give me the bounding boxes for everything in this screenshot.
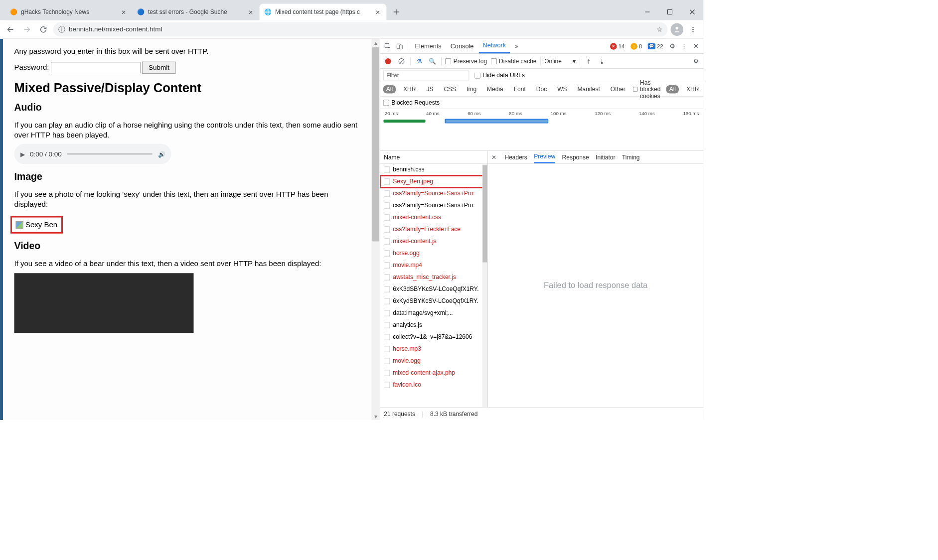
request-row[interactable]: css?family=Source+Sans+Pro: — [380, 200, 487, 212]
device-toggle-icon[interactable] — [394, 41, 405, 51]
request-row[interactable]: Sexy_Ben.jpeg — [380, 176, 487, 188]
filter-icon[interactable]: ⚗ — [414, 56, 424, 66]
network-timeline[interactable]: 20 ms40 ms60 ms80 ms100 ms120 ms140 ms16… — [380, 109, 704, 151]
devtools-menu-icon[interactable]: ⋮ — [679, 41, 689, 51]
request-row[interactable]: favicon.ico — [380, 379, 487, 391]
type-filter-ws[interactable]: WS — [554, 85, 570, 94]
video-player[interactable] — [14, 273, 194, 333]
response-subtab[interactable]: Response — [562, 151, 589, 163]
disable-cache-checkbox[interactable]: Disable cache — [491, 58, 537, 65]
tab-mixed-content[interactable]: 🌐 Mixed content test page (https c ✕ — [260, 4, 387, 20]
request-row[interactable]: mixed-content.css — [380, 212, 487, 224]
timeline-tick: 20 ms — [385, 111, 398, 116]
profile-avatar[interactable] — [671, 23, 684, 36]
omnibox[interactable]: ⓘ bennish.net/mixed-content.html ☆ — [53, 22, 668, 37]
type-filter-xhr[interactable]: XHR — [683, 85, 702, 94]
headers-subtab[interactable]: Headers — [505, 151, 527, 163]
timing-subtab[interactable]: Timing — [622, 151, 640, 163]
page-scrollbar[interactable]: ▴ ▾ — [372, 39, 380, 420]
type-filter-media[interactable]: Media — [484, 85, 506, 94]
request-row[interactable]: css?family=Source+Sans+Pro: — [380, 188, 487, 200]
scroll-down-icon[interactable]: ▾ — [372, 413, 380, 420]
warning-count[interactable]: !8 — [628, 43, 644, 50]
type-filter-manifest[interactable]: Manifest — [574, 85, 603, 94]
type-filter-all[interactable]: All — [383, 85, 396, 94]
list-scrollbar[interactable] — [482, 164, 488, 408]
forward-button[interactable] — [20, 22, 34, 36]
elements-tab[interactable]: Elements — [411, 39, 445, 53]
throttling-select[interactable]: Online▾ — [544, 58, 576, 65]
scrollbar-thumb[interactable] — [372, 47, 379, 242]
type-filter-css[interactable]: CSS — [441, 85, 459, 94]
bookmark-star-icon[interactable]: ☆ — [656, 25, 662, 34]
devtools-close-icon[interactable]: ✕ — [691, 41, 701, 51]
request-row[interactable]: mixed-content.js — [380, 236, 487, 248]
initiator-subtab[interactable]: Initiator — [596, 151, 615, 163]
error-count[interactable]: ✕14 — [608, 43, 627, 50]
audio-seek-track[interactable] — [67, 153, 153, 155]
network-settings-icon[interactable]: ⚙ — [691, 56, 701, 66]
download-icon[interactable]: ⭳ — [597, 56, 607, 66]
request-row[interactable]: collect?v=1&_v=j87&a=12606 — [380, 331, 487, 343]
request-row[interactable]: movie.ogg — [380, 355, 487, 367]
type-filter-all[interactable]: All — [666, 85, 679, 94]
request-row[interactable]: analytics.js — [380, 319, 487, 331]
scrollbar-thumb[interactable] — [482, 165, 487, 263]
file-icon — [384, 215, 390, 221]
reload-button[interactable] — [37, 22, 50, 36]
type-filter-xhr[interactable]: XHR — [400, 85, 419, 94]
more-tabs-icon[interactable]: » — [511, 41, 522, 51]
back-button[interactable] — [4, 22, 17, 36]
blocked-requests-checkbox[interactable]: Blocked Requests — [383, 99, 440, 106]
request-row[interactable]: bennish.css — [380, 164, 487, 176]
chrome-menu-button[interactable] — [686, 22, 700, 36]
request-row[interactable]: awstats_misc_tracker.js — [380, 272, 487, 283]
message-count[interactable]: 💬22 — [645, 43, 665, 49]
submit-button[interactable]: Submit — [142, 62, 176, 74]
request-row[interactable]: horse.ogg — [380, 248, 487, 260]
request-row[interactable]: data:image/svg+xml;... — [380, 307, 487, 319]
request-row[interactable]: horse.mp3 — [380, 343, 487, 355]
scroll-up-icon[interactable]: ▴ — [372, 39, 380, 46]
tab-ghacks[interactable]: 🟠 gHacks Technology News ✕ — [5, 4, 133, 20]
tab-google[interactable]: 🔵 test ssl errors - Google Suche ✕ — [133, 4, 260, 20]
type-filter-doc[interactable]: Doc — [533, 85, 550, 94]
close-window-button[interactable] — [681, 4, 704, 20]
console-tab[interactable]: Console — [447, 39, 477, 53]
request-row[interactable]: movie.mp4 — [380, 260, 487, 272]
upload-icon[interactable]: ⭱ — [584, 56, 594, 66]
close-icon[interactable]: ✕ — [375, 8, 382, 15]
request-row[interactable]: mixed-content-ajax.php — [380, 367, 487, 379]
type-filter-js[interactable]: JS — [423, 85, 436, 94]
request-row[interactable]: css?family=Freckle+Face — [380, 224, 487, 236]
hide-data-urls-checkbox[interactable]: Hide data URLs — [474, 72, 525, 79]
detail-close-icon[interactable]: ✕ — [491, 153, 496, 160]
inspect-icon[interactable] — [382, 41, 393, 51]
filter-input[interactable] — [383, 70, 469, 80]
preserve-log-checkbox[interactable]: Preserve log — [445, 58, 487, 65]
close-icon[interactable]: ✕ — [121, 8, 128, 15]
request-row[interactable]: 6xK3dSBYKcSV-LCoeQqfX1RY. — [380, 283, 487, 295]
volume-icon[interactable]: 🔊 — [158, 150, 165, 157]
devtools-settings-icon[interactable]: ⚙ — [667, 41, 677, 51]
type-filter-font[interactable]: Font — [511, 85, 529, 94]
preview-subtab[interactable]: Preview — [534, 151, 555, 163]
new-tab-button[interactable] — [390, 5, 403, 19]
broken-image-icon — [16, 221, 23, 229]
type-filter-img[interactable]: Img — [464, 85, 479, 94]
record-button[interactable] — [383, 56, 393, 66]
network-tab[interactable]: Network — [479, 39, 510, 53]
minimize-button[interactable] — [636, 4, 659, 20]
request-name: awstats_misc_tracker.js — [393, 274, 456, 281]
maximize-button[interactable] — [659, 4, 681, 20]
password-input[interactable] — [51, 62, 141, 74]
name-column-header[interactable]: Name — [380, 151, 487, 164]
close-icon[interactable]: ✕ — [248, 8, 255, 15]
search-icon[interactable]: 🔍 — [428, 56, 438, 66]
clear-button[interactable] — [397, 56, 407, 66]
type-filter-other[interactable]: Other — [608, 85, 628, 94]
request-row[interactable]: 6xKydSBYKcSV-LCoeQqfX1RY. — [380, 295, 487, 307]
site-info-icon[interactable]: ⓘ — [58, 25, 65, 34]
play-icon[interactable]: ▶ — [20, 150, 25, 157]
audio-player[interactable]: ▶ 0:00 / 0:00 🔊 — [14, 144, 171, 164]
